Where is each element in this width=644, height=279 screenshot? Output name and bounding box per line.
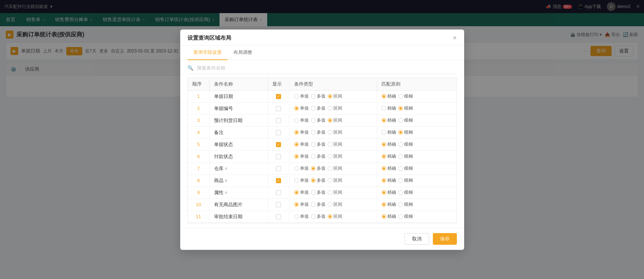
tab-layout-adjust[interactable]: 布局调整 bbox=[228, 46, 258, 60]
table-row: 1单据日期单值多值区间精确模糊 bbox=[188, 91, 457, 102]
search-icon: 🔍 bbox=[187, 65, 193, 71]
col-match: 匹配原则 bbox=[377, 78, 450, 90]
condition-search-input[interactable] bbox=[195, 64, 268, 71]
radio-circle bbox=[328, 94, 332, 99]
modal-overlay[interactable]: 设置查询区域布局 × 查询字段设置 布局调整 🔍 顺序 bbox=[0, 0, 644, 102]
conditions-table: 顺序 条件名称 显示 条件类型 匹配原则 1单据日期单值多值区间精确模糊2单据编… bbox=[187, 78, 457, 102]
radio-match-option[interactable]: 模糊 bbox=[398, 93, 413, 99]
dialog-title: 设置查询区域布局 bbox=[187, 35, 231, 42]
ct-header: 顺序 条件名称 显示 条件类型 匹配原则 bbox=[188, 78, 457, 91]
col-name: 条件名称 bbox=[210, 78, 268, 90]
dialog-body: 🔍 顺序 条件名称 显示 条件类型 匹配原则 1单据日期单值多值区间精确模糊2单… bbox=[180, 60, 464, 102]
dialog: 设置查询区域布局 × 查询字段设置 布局调整 🔍 顺序 bbox=[180, 30, 464, 102]
radio-type-option[interactable]: 区间 bbox=[328, 93, 342, 99]
col-display: 显示 bbox=[268, 78, 290, 90]
radio-circle bbox=[294, 94, 299, 99]
radio-type-option[interactable]: 多值 bbox=[311, 93, 325, 99]
dialog-close-button[interactable]: × bbox=[453, 35, 457, 41]
row-condition-name: 单据日期 bbox=[210, 91, 268, 102]
row-match-options: 精确模糊 bbox=[377, 91, 450, 102]
checkbox-control[interactable] bbox=[276, 94, 281, 99]
ct-rows-container: 1单据日期单值多值区间精确模糊2单据编号单值多值区间精确模糊3预计到货日期单值多… bbox=[188, 91, 457, 102]
dialog-header: 设置查询区域布局 × bbox=[180, 30, 464, 46]
tab-query-fields[interactable]: 查询字段设置 bbox=[187, 46, 228, 60]
radio-circle bbox=[382, 94, 386, 99]
radio-circle bbox=[311, 94, 316, 99]
dialog-tabs: 查询字段设置 布局调整 bbox=[180, 46, 464, 60]
row-order-num: 1 bbox=[188, 91, 210, 102]
col-order: 顺序 bbox=[188, 78, 210, 90]
radio-match-option[interactable]: 精确 bbox=[382, 93, 396, 99]
col-type: 条件类型 bbox=[290, 78, 377, 90]
condition-search-bar: 🔍 bbox=[187, 64, 457, 74]
radio-type-option[interactable]: 单值 bbox=[294, 93, 309, 99]
row-display-checkbox[interactable] bbox=[268, 91, 290, 102]
row-type-options: 单值多值区间 bbox=[290, 91, 377, 102]
radio-circle bbox=[398, 94, 403, 99]
